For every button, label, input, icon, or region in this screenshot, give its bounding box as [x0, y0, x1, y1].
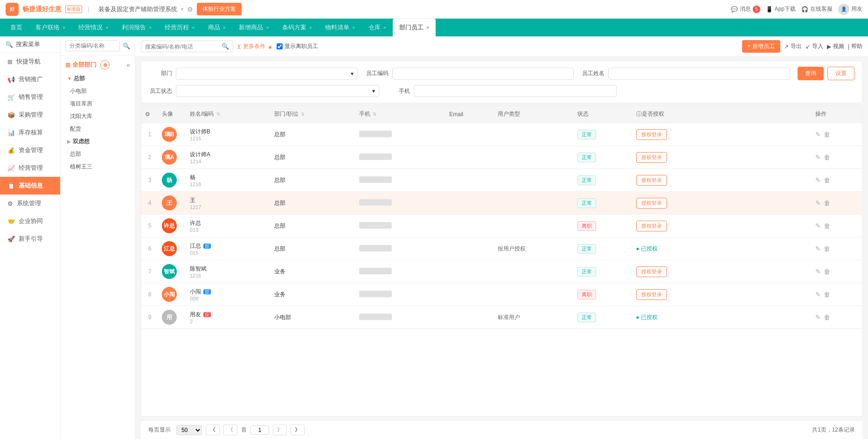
- more-filter-btn[interactable]: ⊻ 更多条件 ▲: [237, 42, 273, 50]
- dept-item-plant-king[interactable]: 植树王三: [61, 160, 135, 173]
- dept-group-double[interactable]: ▶ 双虑想: [61, 135, 135, 148]
- phone-sort-icon[interactable]: ⇅: [373, 111, 376, 117]
- sidebar-item-collab[interactable]: 🤝 企业协同: [0, 212, 60, 230]
- filter-phone-input[interactable]: [414, 85, 617, 97]
- delete-icon[interactable]: 🗑: [824, 199, 830, 207]
- nav-tab-customer[interactable]: 客户联络 ×: [29, 19, 72, 36]
- delete-icon[interactable]: 🗑: [824, 176, 830, 184]
- nav-tab-department[interactable]: 部门员工 ×: [393, 19, 436, 36]
- dept-item-distribution[interactable]: 配货: [61, 123, 135, 135]
- edit-icon[interactable]: ✎: [815, 245, 821, 252]
- close-icon[interactable]: ×: [149, 25, 152, 30]
- search-submit-icon[interactable]: 🔍: [222, 43, 229, 50]
- auth-button[interactable]: 授权登录: [636, 221, 667, 231]
- sidebar-item-finance[interactable]: 💰 资金管理: [0, 141, 60, 159]
- page-number-input[interactable]: [250, 425, 269, 435]
- query-button[interactable]: 查询: [798, 67, 824, 80]
- edit-icon[interactable]: ✎: [815, 153, 821, 161]
- nav-tab-warehouse[interactable]: 仓库 ×: [362, 19, 393, 36]
- sidebar-item-shortcut[interactable]: ⊞ 快捷导航: [0, 53, 60, 70]
- help-button[interactable]: | 帮助: [848, 42, 862, 50]
- nav-tab-bom[interactable]: 物料清单 ×: [319, 19, 361, 36]
- message-action[interactable]: 💬 消息 5: [731, 5, 760, 13]
- nav-tab-barcode[interactable]: 条码方案 ×: [276, 19, 319, 36]
- auth-button[interactable]: 授权登录: [636, 198, 667, 209]
- dept-collapse-icon[interactable]: «: [126, 61, 130, 69]
- close-icon[interactable]: ×: [352, 25, 355, 30]
- edit-icon[interactable]: ✎: [815, 131, 821, 138]
- close-icon[interactable]: ×: [266, 25, 269, 30]
- prev-page-button[interactable]: 〈: [223, 425, 237, 435]
- filter-name-input[interactable]: [608, 68, 790, 80]
- show-resigned-checkbox[interactable]: 显示离职员工: [277, 42, 318, 50]
- auth-button[interactable]: 授权登录: [636, 266, 667, 277]
- dept-item-shenyang[interactable]: 沈阳大库: [61, 110, 135, 123]
- nav-tab-add-goods[interactable]: 新增商品 ×: [232, 19, 275, 36]
- edit-icon[interactable]: ✎: [815, 314, 821, 321]
- app-download-action[interactable]: 📱 App下载: [766, 5, 796, 13]
- dept-item-project-store[interactable]: 项目库房: [61, 98, 135, 110]
- filter-code-input[interactable]: [392, 68, 574, 80]
- sidebar-item-management[interactable]: 📈 经营管理: [0, 159, 60, 177]
- filter-status-select[interactable]: ▾: [176, 85, 379, 97]
- auth-button[interactable]: 授权登录: [636, 152, 667, 163]
- settings-col-icon[interactable]: ⚙: [145, 111, 150, 118]
- nav-tab-operation[interactable]: 经营情况 ×: [72, 19, 115, 36]
- sidebar-item-sales[interactable]: 🛒 销售管理: [0, 88, 60, 106]
- nav-tab-history[interactable]: 经营历程 ×: [158, 19, 201, 36]
- close-icon[interactable]: ×: [223, 25, 226, 30]
- auth-button[interactable]: 授权登录: [636, 289, 667, 300]
- nav-tab-home[interactable]: 首页: [4, 19, 29, 36]
- dept-item-headquarters2[interactable]: 总部: [61, 148, 135, 160]
- video-button[interactable]: ▶ 视频: [827, 42, 844, 50]
- next-page-button[interactable]: 〉: [273, 425, 287, 435]
- last-page-button[interactable]: 》: [291, 425, 305, 435]
- close-icon[interactable]: ×: [309, 25, 312, 30]
- page-size-select[interactable]: 50 100: [176, 425, 202, 435]
- delete-icon[interactable]: 🗑: [824, 268, 830, 275]
- trial-button[interactable]: 体验行业方案: [197, 3, 242, 15]
- settings-icon[interactable]: ⚙: [187, 6, 193, 13]
- search-input[interactable]: [145, 43, 220, 50]
- online-service-action[interactable]: 🎧 在线客服: [801, 5, 833, 13]
- auth-button[interactable]: 授权登录: [636, 129, 667, 140]
- sidebar-item-purchase[interactable]: 📦 采购管理: [0, 106, 60, 124]
- dept-all-header[interactable]: ⊞ 全部部门 ⊕ «: [61, 57, 135, 72]
- close-icon[interactable]: ×: [426, 25, 429, 30]
- dept-sort-icon[interactable]: ⇅: [301, 111, 305, 117]
- delete-icon[interactable]: 🗑: [824, 153, 830, 161]
- add-employee-button[interactable]: + 新增员工: [742, 40, 780, 53]
- delete-icon[interactable]: 🗑: [824, 291, 830, 298]
- close-icon[interactable]: ×: [105, 25, 108, 30]
- show-resigned-input[interactable]: [277, 43, 283, 49]
- import-button[interactable]: ↙ 导入: [806, 42, 823, 50]
- dept-group-headquarters[interactable]: ▼ 总部: [61, 72, 135, 85]
- dept-settings-icon[interactable]: ⊕: [100, 60, 110, 70]
- system-title-dropdown-icon[interactable]: ▾: [181, 7, 183, 12]
- edit-icon[interactable]: ✎: [815, 176, 821, 184]
- dept-search-input[interactable]: [65, 40, 120, 51]
- dept-item-small-elec[interactable]: 小电部: [61, 85, 135, 98]
- search-menu[interactable]: 🔍 搜索菜单: [0, 36, 60, 53]
- user-profile[interactable]: 👤 用友: [838, 4, 862, 15]
- delete-icon[interactable]: 🗑: [824, 222, 830, 230]
- delete-icon[interactable]: 🗑: [824, 245, 830, 252]
- nav-tab-profit[interactable]: 利润报告 ×: [115, 19, 158, 36]
- close-icon[interactable]: ×: [192, 25, 194, 30]
- auth-button[interactable]: 授权登录: [636, 175, 667, 186]
- delete-icon[interactable]: 🗑: [824, 314, 830, 321]
- edit-icon[interactable]: ✎: [815, 199, 821, 207]
- edit-icon[interactable]: ✎: [815, 268, 821, 275]
- close-icon[interactable]: ×: [62, 25, 65, 30]
- export-button[interactable]: ↗ 导出: [784, 42, 802, 50]
- sidebar-item-inventory[interactable]: 📊 库存核算: [0, 124, 60, 141]
- delete-icon[interactable]: 🗑: [824, 131, 830, 138]
- first-page-button[interactable]: 《: [206, 425, 220, 435]
- reset-button[interactable]: 设置: [827, 67, 854, 80]
- close-icon[interactable]: ×: [383, 25, 386, 30]
- sidebar-item-marketing[interactable]: 📢 营销推广: [0, 70, 60, 88]
- nav-tab-goods[interactable]: 商品 ×: [201, 19, 232, 36]
- filter-dept-select[interactable]: ▾: [176, 68, 358, 80]
- sidebar-item-guide[interactable]: 🚀 新手引导: [0, 230, 60, 248]
- dept-search-icon[interactable]: 🔍: [123, 42, 130, 49]
